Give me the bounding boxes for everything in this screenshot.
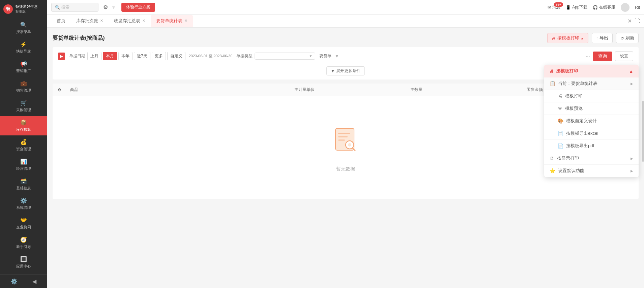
dropdown-current[interactable]: 📋 当前：要货单统计表 ▶ [544,77,639,90]
basic-icon: 🗃️ [20,178,27,184]
tab-receive-summary[interactable]: 收发存汇总表 ✕ [109,15,151,27]
tab-label: 收发存汇总表 [114,18,140,24]
filter-expand-arrow[interactable]: ▶ [58,53,65,60]
app-icon: 📱 [566,5,571,10]
type-filter: 单据类型 ▼ [236,53,315,60]
logo-sub: 标准版 [16,9,38,14]
sidebar-item-finance[interactable]: 💰 资金管理 [0,135,47,155]
col-settings[interactable]: ⚙ [53,88,66,92]
date-btn-7days[interactable]: 近7天 [134,52,150,60]
chevron-right-icon: ▶ [631,82,633,86]
dropdown-collapse-icon[interactable]: ▲ [629,69,633,74]
date-range-text: 2023-06-01 至 2023-06-30 [189,54,233,59]
col-qty: 主数量 [406,87,522,93]
sidebar-item-label: 应用中心 [16,264,31,269]
col-qty-label: 主数量 [410,87,422,92]
svg-rect-3 [338,139,345,141]
query-button[interactable]: 查询 [593,52,612,61]
message-button[interactable]: ✉ 消息 99+ [548,4,560,10]
svg-rect-1 [338,133,350,134]
refresh-button[interactable]: ↺ 刷新 [616,33,639,43]
col-product: 商品 [66,87,290,93]
tab-close-receive-summary[interactable]: ✕ [142,19,145,23]
tab-order-stats[interactable]: 要货单统计表 ✕ [151,15,193,27]
sidebar-item-search[interactable]: 🔍 搜索菜单 [0,18,47,38]
tab-close-all-icon[interactable]: ✕ [627,18,632,24]
settings-bottom-icon[interactable]: ⚙️ [11,278,18,285]
service-button[interactable]: 🎧 在线客服 [593,4,615,10]
dropdown-item-template-preview[interactable]: 👁 模板预览 [544,102,639,115]
scrollbar[interactable] [642,101,644,162]
logo-text: 畅捷通好生意 [16,4,38,9]
dropdown-item-template-excel[interactable]: 📄 按模板导出excel [544,127,639,140]
sidebar-item-label: 销售管理 [16,88,31,93]
sidebar-item-basic[interactable]: 🗃️ 基础信息 [0,174,47,194]
category-filter: 要货单 ▼ [319,53,339,59]
printer-small-icon: 🖨 [558,93,562,99]
chevron-down-icon: ▼ [331,69,335,73]
sidebar-item-apps[interactable]: 🔳 应用中心 [0,253,47,272]
settings-button[interactable]: 设置 [615,51,633,61]
dropdown-item-template-design[interactable]: 🎨 模板自定义设计 [544,115,639,127]
service-label: 在线客服 [599,4,615,10]
sidebar-item-label: 搜索菜单 [16,29,31,34]
display-icon: 🖥 [550,156,554,161]
marketing-icon: 📢 [20,61,27,67]
date-btn-more[interactable]: 更多 [152,52,166,60]
dropdown-item-default-func[interactable]: ⭐ 设置默认功能 ▶ [544,165,639,177]
sidebar-item-marketing[interactable]: 📢 营销推广 [0,57,47,77]
page-title: 要货单统计表(按商品) [53,35,105,42]
sidebar-item-collab[interactable]: 🤝 企业协同 [0,214,47,233]
export-button[interactable]: ↑ 导出 [592,33,613,43]
export-icon: ↑ [596,36,598,41]
user-avatar[interactable] [621,3,630,12]
gear-icon[interactable]: ⚙ [103,4,108,10]
sub-item-label: 设置默认功能 [558,168,584,174]
tab-home[interactable]: 首页 [51,15,71,27]
trial-button[interactable]: 体验行业方案 [121,3,155,12]
tab-expand-icon[interactable]: ⛶ [635,18,640,24]
type-select[interactable]: ▼ [255,53,315,60]
sidebar-item-shortcut[interactable]: ⚡ 快捷导航 [0,38,47,57]
date-btn-current[interactable]: 本月 [103,52,117,60]
sidebar-item-operations[interactable]: 📊 经营管理 [0,155,47,174]
search-placeholder: 搜索 [61,4,69,10]
sidebar-item-system[interactable]: ⚙️ 系统管理 [0,194,47,214]
dropdown-title: 按模板打印 [556,68,578,74]
current-label: 当前：要货单统计表 [558,81,597,87]
print-button[interactable]: 🖨 按模板打印 ▲ [547,33,588,43]
tab-close-order-stats[interactable]: ✕ [184,19,187,23]
sidebar-item-sales[interactable]: 💼 销售管理 [0,77,47,96]
tab-close-inventory-batch[interactable]: ✕ [100,19,103,23]
date-btn-year[interactable]: 本年 [118,52,133,60]
dropdown-item-display-print[interactable]: 🖥 按显示打印 ▶ [544,152,639,165]
dropdown-item-template-print[interactable]: 🖨 模板打印 [544,90,639,102]
collapse-icon[interactable]: ◀ [32,278,36,285]
col-unit: 主计量单位 [290,87,406,93]
date-btn-custom[interactable]: 自定义 [167,52,185,60]
app-download-button[interactable]: 📱 App下载 [566,4,587,10]
refresh-label: 刷新 [625,35,634,41]
search-icon: 🔍 [55,5,60,10]
sidebar-item-label: 新手引导 [16,244,31,249]
sidebar-item-wechat[interactable]: 💬 企业微信 [0,272,47,275]
dropdown-item-template-pdf[interactable]: 📄 按模板导出pdf [544,140,639,152]
guide-icon: 🧭 [20,236,27,243]
date-filter: 单据日期 上月 本月 本年 近7天 更多 自定义 2023-06-01 至 20… [69,52,232,60]
tab-inventory-batch[interactable]: 库存批次账 ✕ [71,15,109,27]
item-label: 按模板导出pdf [566,143,594,149]
item-label: 模板打印 [565,93,583,99]
expand-more-button[interactable]: ▼ 展开更多条件 [326,66,365,75]
date-btn-prev[interactable]: 上月 [87,52,101,60]
chevron-down-icon: ▼ [309,54,312,58]
more-options-icon[interactable]: ··· [586,53,590,59]
excel-icon: 📄 [558,131,563,136]
purchase-icon: 🛒 [20,100,27,106]
apps-icon: 🔳 [20,256,27,262]
sidebar-item-purchase[interactable]: 🛒 采购管理 [0,96,47,116]
column-settings-icon[interactable]: ⚙ [58,88,61,92]
topbar-search[interactable]: 🔍 搜索 [51,3,98,12]
sidebar-item-inventory[interactable]: 📦 库存核算 [0,116,47,135]
sidebar-item-guide[interactable]: 🧭 新手引导 [0,233,47,253]
pdf-icon: 📄 [558,143,563,149]
